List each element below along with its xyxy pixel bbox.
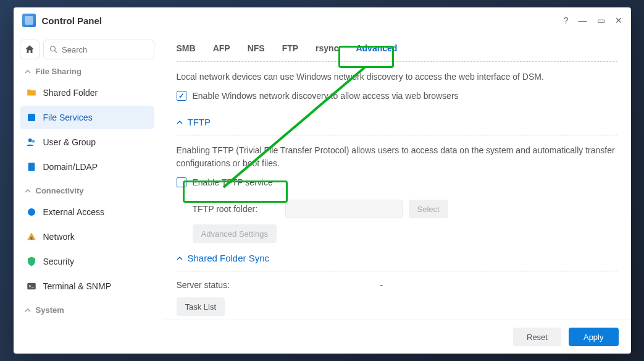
folder-icon — [26, 87, 37, 98]
window-title: Control Panel — [42, 15, 102, 26]
sidebar-item-file-services[interactable]: File Services — [20, 106, 154, 129]
svg-rect-7 — [30, 237, 32, 240]
svg-rect-5 — [28, 163, 35, 171]
tab-bar: SMB AFP NFS FTP rsync Advanced — [163, 33, 631, 61]
app-icon — [22, 14, 36, 27]
server-status-label: Server status: — [177, 280, 374, 290]
close-icon[interactable]: ✕ — [615, 15, 622, 25]
svg-point-0 — [50, 46, 55, 51]
tab-ftp[interactable]: FTP — [282, 40, 298, 61]
chevron-up-icon — [177, 255, 183, 261]
section-tftp-head[interactable]: TFTP — [177, 113, 617, 135]
tftp-root-folder-label: TFTP root folder: — [193, 204, 279, 214]
svg-point-3 — [28, 138, 31, 142]
server-status-value: - — [380, 280, 383, 290]
shield-icon — [26, 256, 37, 267]
sidebar-item-user-group[interactable]: User & Group — [20, 130, 154, 154]
chevron-up-icon — [25, 307, 31, 313]
chevron-up-icon — [177, 119, 183, 125]
svg-rect-8 — [27, 283, 36, 290]
sidebar-item-security[interactable]: Security — [20, 250, 154, 273]
svg-rect-2 — [28, 114, 35, 121]
discovery-description: Local network devices can use Windows ne… — [177, 70, 617, 83]
home-button[interactable] — [20, 40, 40, 59]
sidebar-item-domain-ldap[interactable]: Domain/LDAP — [20, 155, 154, 179]
group-connectivity[interactable]: Connectivity — [20, 180, 154, 199]
tab-nfs[interactable]: NFS — [248, 40, 265, 61]
task-list-button[interactable]: Task List — [177, 297, 225, 316]
svg-point-6 — [28, 208, 35, 216]
enable-discovery-label: Enable Windows network discovery to allo… — [193, 91, 459, 101]
svg-line-1 — [54, 51, 56, 53]
help-icon[interactable]: ? — [564, 15, 569, 25]
reset-button[interactable]: Reset — [513, 328, 561, 346]
group-system[interactable]: System — [20, 299, 154, 318]
enable-discovery-checkbox[interactable] — [177, 91, 186, 101]
search-box[interactable] — [43, 40, 154, 59]
file-services-icon — [26, 112, 37, 123]
tftp-root-folder-input[interactable] — [285, 200, 403, 218]
section-sfs-head[interactable]: Shared Folder Sync — [177, 249, 617, 271]
enable-tftp-label: Enable TFTP service — [193, 177, 273, 187]
advanced-settings-button[interactable]: Advanced Settings — [193, 224, 277, 243]
select-folder-button[interactable]: Select — [409, 200, 448, 218]
ldap-icon — [26, 161, 37, 172]
tab-rsync[interactable]: rsync — [316, 40, 338, 61]
tab-afp[interactable]: AFP — [213, 40, 230, 61]
terminal-icon — [26, 281, 37, 292]
maximize-icon[interactable]: ▭ — [597, 15, 605, 25]
search-icon — [49, 44, 59, 55]
chevron-up-icon — [25, 188, 31, 194]
network-icon — [26, 231, 37, 242]
sidebar-item-network[interactable]: Network — [20, 225, 154, 248]
enable-tftp-checkbox[interactable] — [177, 177, 186, 187]
tab-advanced[interactable]: Advanced — [356, 40, 397, 61]
home-icon — [24, 44, 35, 55]
sidebar-item-terminal-snmp[interactable]: Terminal & SNMP — [20, 274, 154, 298]
minimize-icon[interactable]: — — [579, 15, 587, 25]
chevron-up-icon — [25, 69, 31, 75]
sidebar-item-external-access[interactable]: External Access — [20, 200, 154, 224]
svg-point-4 — [31, 140, 35, 143]
globe-icon — [26, 206, 37, 218]
tftp-description: Enabling TFTP (Trivial File Transfer Pro… — [177, 144, 617, 170]
sidebar-item-shared-folder[interactable]: Shared Folder — [20, 81, 154, 104]
group-file-sharing[interactable]: File Sharing — [20, 61, 154, 80]
tab-smb[interactable]: SMB — [177, 40, 196, 61]
search-input[interactable] — [62, 45, 148, 54]
users-icon — [26, 137, 37, 148]
apply-button[interactable]: Apply — [569, 328, 619, 346]
